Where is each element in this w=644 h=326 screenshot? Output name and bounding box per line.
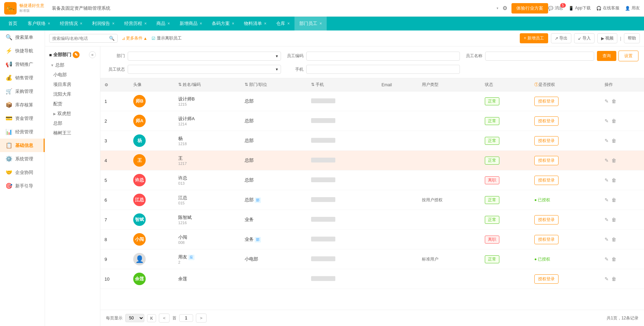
edit-icon[interactable]: ✎ <box>605 217 609 222</box>
col-settings[interactable]: ⚙ <box>100 78 129 91</box>
emp-name-input[interactable] <box>485 52 594 61</box>
tab-profit[interactable]: 利润报告 × <box>87 17 119 30</box>
tab-close-barcode[interactable]: × <box>232 21 234 26</box>
dept-collapse-button[interactable]: « <box>89 51 96 58</box>
page-number-input[interactable] <box>179 314 193 322</box>
tab-goods[interactable]: 商品 × <box>152 17 175 30</box>
dept-select[interactable]: ▾ <box>128 52 281 61</box>
tab-history[interactable]: 经营历程 × <box>119 17 152 30</box>
delete-icon[interactable]: 🗑 <box>611 177 616 183</box>
sidebar-item-purchase[interactable]: 🛒 采购管理 <box>0 85 45 98</box>
online-service-button[interactable]: 🎧 在线客服 <box>596 5 619 11</box>
delete-icon[interactable]: 🗑 <box>611 197 616 203</box>
settings-icon[interactable]: ⚙ <box>502 5 507 11</box>
delete-icon[interactable]: 🗑 <box>611 237 616 242</box>
tab-new-goods[interactable]: 新增商品 × <box>175 17 207 30</box>
sidebar-item-mgmt[interactable]: 📊 经营管理 <box>0 125 45 139</box>
authorize-button[interactable]: 授权登录 <box>534 116 559 126</box>
tab-employees[interactable]: 部门员工 × <box>294 17 327 30</box>
first-page-button[interactable]: К <box>147 314 156 322</box>
delete-icon[interactable]: 🗑 <box>611 138 616 143</box>
tab-close-history[interactable]: × <box>144 21 147 26</box>
import-button[interactable]: ↙ 导入 <box>574 33 595 43</box>
sidebar-item-quicknav[interactable]: ⚡ 快捷导航 <box>0 44 45 58</box>
dept-node-xiaodian[interactable]: 小电部 <box>45 70 100 80</box>
sidebar-item-marketing[interactable]: 📢 营销推广 <box>0 58 45 71</box>
message-button[interactable]: 💬 消息 5 <box>548 5 563 11</box>
authorize-button[interactable]: 授权登录 <box>534 156 559 165</box>
phone-input[interactable] <box>306 65 460 74</box>
tab-close-warehouse[interactable]: × <box>287 21 290 26</box>
tab-home[interactable]: 首页 <box>3 17 23 30</box>
prev-page-button[interactable]: ＜ <box>159 314 170 323</box>
delete-icon[interactable]: 🗑 <box>611 217 616 222</box>
per-page-select[interactable]: 50 100 <box>125 314 144 322</box>
edit-icon[interactable]: ✎ <box>605 177 609 183</box>
authorize-button[interactable]: 授权登录 <box>534 274 559 284</box>
dept-edit-button[interactable]: ✎ <box>73 51 80 58</box>
export-button[interactable]: ↗ 导出 <box>551 33 571 43</box>
search-button[interactable]: 查询 <box>597 51 616 61</box>
search-input[interactable] <box>52 36 108 41</box>
edit-icon[interactable]: ✎ <box>605 256 609 262</box>
tab-close-goods[interactable]: × <box>167 21 170 26</box>
tab-operation[interactable]: 经营情况 × <box>55 17 87 30</box>
authorize-button[interactable]: 授权登录 <box>534 136 559 146</box>
tab-bom[interactable]: 物料清单 × <box>239 17 271 30</box>
edit-icon[interactable]: ✎ <box>605 276 609 282</box>
edit-icon[interactable]: ✎ <box>605 158 609 163</box>
sidebar-item-search[interactable]: 🔍 搜索菜单 <box>0 30 45 44</box>
dept-node-shuanghu[interactable]: ▶双虎想 <box>45 109 100 118</box>
sidebar-item-system[interactable]: ⚙️ 系统管理 <box>0 152 45 166</box>
app-download-button[interactable]: 📱 App下载 <box>569 5 591 11</box>
user-menu[interactable]: 👤 用友 <box>625 5 640 11</box>
sidebar-item-sales[interactable]: 💰 销售管理 <box>0 71 45 85</box>
experience-button[interactable]: 体验行业方案 <box>511 3 548 14</box>
sidebar-item-inventory[interactable]: 📦 库存核算 <box>0 98 45 112</box>
tab-close-new-goods[interactable]: × <box>200 21 202 26</box>
dept-node-project[interactable]: 项目库房 <box>45 80 100 89</box>
help-button[interactable]: 帮助 <box>624 33 640 43</box>
authorize-button[interactable]: 授权登录 <box>534 97 559 106</box>
sidebar-item-finance[interactable]: 💳 资金管理 <box>0 112 45 125</box>
next-page-button[interactable]: ＞ <box>196 314 207 323</box>
tab-customer[interactable]: 客户联络 × <box>23 17 55 30</box>
system-title-dropdown[interactable]: ▾ <box>497 6 498 10</box>
dept-node-peihuo[interactable]: 配货 <box>45 99 100 109</box>
edit-icon[interactable]: ✎ <box>605 98 609 104</box>
dept-node-nanshu[interactable]: 楠树王三 <box>45 128 100 138</box>
emp-code-input[interactable] <box>306 52 460 61</box>
delete-icon[interactable]: 🗑 <box>611 98 616 104</box>
authorize-button[interactable]: 授权登录 <box>534 176 559 185</box>
delete-icon[interactable]: 🗑 <box>611 276 616 282</box>
dept-node-root[interactable]: ▼总部 <box>45 60 100 70</box>
form-settings-button[interactable]: 设置 <box>618 51 638 61</box>
show-resigned-checkbox[interactable]: ☑ 显示离职员工 <box>152 35 182 41</box>
col-phone[interactable]: ⇅ 手机 <box>307 78 377 91</box>
tab-warehouse[interactable]: 仓库 × <box>271 17 294 30</box>
tab-close-bom[interactable]: × <box>264 21 266 26</box>
sidebar-item-guide[interactable]: 🎯 新手引导 <box>0 179 45 193</box>
authorize-button[interactable]: 授权登录 <box>534 235 559 244</box>
col-name[interactable]: ⇅ 姓名/编码 <box>174 78 241 91</box>
delete-icon[interactable]: 🗑 <box>611 256 616 262</box>
filter-search-box[interactable]: 🔍 <box>49 34 118 43</box>
tab-close-profit[interactable]: × <box>112 21 115 26</box>
delete-icon[interactable]: 🗑 <box>611 118 616 124</box>
dept-node-shenyang[interactable]: 沈阳大库 <box>45 89 100 99</box>
emp-status-select[interactable]: ▾ <box>128 65 281 74</box>
dept-node-zongbu[interactable]: 总部 <box>45 118 100 128</box>
sidebar-item-basic[interactable]: 📋 基础信息 <box>0 139 45 152</box>
more-conditions-button[interactable]: ⊿ 更多条件 ▲ <box>122 35 147 41</box>
tab-close-customer[interactable]: × <box>48 21 50 26</box>
edit-icon[interactable]: ✎ <box>605 118 609 124</box>
delete-icon[interactable]: 🗑 <box>611 158 616 163</box>
video-button[interactable]: ▶ 视频 <box>597 33 617 43</box>
col-dept[interactable]: ⇅ 部门/职位 <box>241 78 307 91</box>
add-employee-button[interactable]: + 新增员工 <box>520 33 548 43</box>
edit-icon[interactable]: ✎ <box>605 138 609 143</box>
edit-icon[interactable]: ✎ <box>605 197 609 203</box>
tab-barcode[interactable]: 条码方案 × <box>207 17 239 30</box>
edit-icon[interactable]: ✎ <box>605 237 609 242</box>
tab-close-employees[interactable]: × <box>319 21 322 26</box>
